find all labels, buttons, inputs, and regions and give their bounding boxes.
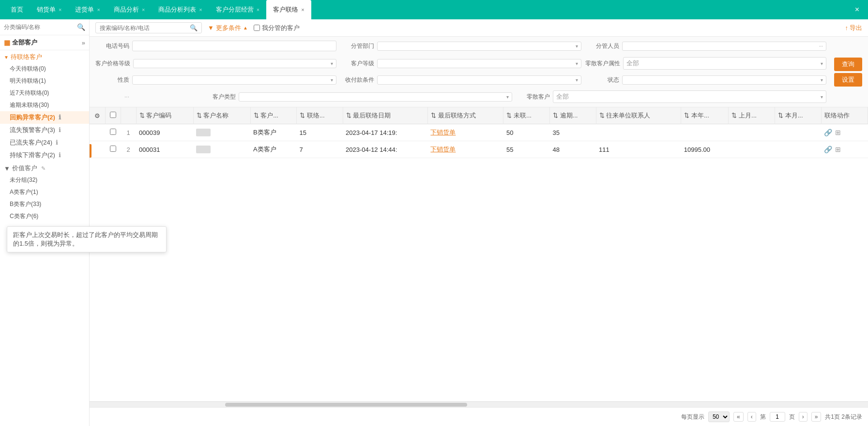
row2-contact: 7 [297, 141, 343, 158]
nav-tab-product-analysis[interactable]: 商品分析 × [107, 0, 152, 19]
sidebar-item-b-class[interactable]: B类客户(33) [0, 198, 89, 210]
last-page-button[interactable]: » [811, 412, 822, 422]
sidebar-item-overdue[interactable]: 逾期未联络(30) [0, 99, 89, 111]
sidebar-item-today-pending[interactable]: 今天待联络(0) [0, 63, 89, 75]
nav-tab-purchase[interactable]: 进货单 × [68, 0, 107, 19]
query-button[interactable]: 查询 [834, 58, 862, 71]
select-all-checkbox[interactable] [110, 112, 116, 118]
sort-icon-contacts-person[interactable]: ⇅ [599, 112, 605, 119]
sort-icon-name[interactable]: ⇅ [197, 112, 202, 119]
col-this-month: ⇅ 本月... [775, 107, 822, 124]
close-customer-tier-tab[interactable]: × [257, 7, 259, 13]
window-close-button[interactable]: × [850, 5, 864, 14]
sort-icon-this-year[interactable]: ⇅ [684, 112, 689, 119]
next-page-button[interactable]: › [799, 412, 807, 422]
sort-icon-last-date[interactable]: ⇅ [346, 112, 351, 119]
row2-grid-icon[interactable]: ⊞ [835, 146, 841, 153]
nav-tab-product-list[interactable]: 商品分析列表 × [152, 0, 209, 19]
page-number-input[interactable] [770, 412, 785, 422]
sidebar-item-churned[interactable]: 已流失客户(24) ℹ [0, 136, 89, 149]
close-product-analysis-tab[interactable]: × [142, 7, 145, 13]
sidebar-item-7days-pending[interactable]: 近7天待联络(0) [0, 87, 89, 99]
row1-last-method[interactable]: 下销货单 [427, 124, 503, 141]
row2-link-icon[interactable]: 🔗 [824, 146, 832, 153]
sort-icon-contact[interactable]: ⇅ [300, 112, 305, 119]
sidebar-search-icon[interactable]: 🔍 [77, 23, 85, 31]
sort-icon-category[interactable]: ⇅ [254, 112, 259, 119]
person-select[interactable]: ··· [622, 42, 826, 51]
sidebar-search-input[interactable] [4, 24, 77, 30]
sidebar-item-churn-warning[interactable]: 流失预警客户(3) ℹ [0, 124, 89, 136]
sidebar-item-declining[interactable]: 持续下滑客户(2) ℹ [0, 149, 89, 162]
my-customers-checkbox[interactable] [254, 25, 260, 31]
nav-tab-customer-tier[interactable]: 客户分层经营 × [209, 0, 266, 19]
sidebar-item-unclassified[interactable]: 未分组(32) [0, 174, 89, 186]
row2-last-method[interactable]: 下销货单 [427, 141, 503, 158]
filter-search-icon[interactable]: 🔍 [190, 24, 198, 31]
nature-arrow: ▾ [331, 77, 333, 83]
close-product-list-tab[interactable]: × [199, 7, 202, 13]
active-sidebar-indicator [90, 144, 91, 158]
filter-search-input[interactable] [100, 25, 190, 31]
per-page-label: 每页显示 [681, 413, 704, 421]
row1-method-link[interactable]: 下销货单 [430, 129, 456, 136]
customer-type-select[interactable]: ▾ [239, 92, 512, 102]
more-conditions-button[interactable]: ▼ 更多条件 ▲ [208, 24, 248, 32]
sort-icon-overdue[interactable]: ⇅ [553, 112, 558, 119]
row2-select[interactable] [110, 146, 116, 152]
phone-input[interactable] [132, 41, 336, 51]
more-dots[interactable]: ··· [95, 93, 129, 100]
row1-grid-icon[interactable]: ⊞ [835, 129, 841, 136]
sidebar-item-tomorrow-pending[interactable]: 明天待联络(1) [0, 75, 89, 87]
export-button[interactable]: ↑ 导出 [845, 24, 863, 32]
close-sales-tab[interactable]: × [59, 7, 61, 13]
sidebar-item-repurchase-abnormal[interactable]: 回购异常客户(2) ℹ [0, 111, 89, 124]
status-arrow: ▾ [821, 77, 823, 83]
first-page-button[interactable]: « [733, 412, 744, 422]
grade-select[interactable]: ▾ [377, 59, 581, 68]
scatter-attr-select[interactable]: 全部 ▾ [623, 57, 826, 70]
close-customer-contact-tab[interactable]: × [301, 7, 304, 13]
close-purchase-tab[interactable]: × [97, 7, 100, 13]
scrollbar-thumb[interactable] [225, 403, 467, 407]
sort-icon-last-month[interactable]: ⇅ [731, 112, 737, 119]
horizontal-scrollbar[interactable] [90, 401, 868, 407]
arrow-down-icon: ▼ [4, 55, 9, 60]
prev-page-button[interactable]: ‹ [747, 412, 756, 422]
nav-tab-customer-contact[interactable]: 客户联络 × [266, 0, 311, 19]
nav-tab-sales[interactable]: 销货单 × [30, 0, 68, 19]
edit-icon[interactable]: ✎ [41, 165, 46, 172]
sort-icon-last-method[interactable]: ⇅ [431, 112, 436, 119]
row1-category: B类客户 [250, 124, 297, 141]
nav-tab-home[interactable]: 首页 [4, 0, 30, 19]
sidebar-value-section[interactable]: ▼ 价值客户 ✎ [0, 162, 89, 174]
customer-table: ⚙ ⇅ 客户编码 ⇅ 客户名称 ⇅ 客户... ⇅ 联络... ⇅ 最后联络日期… [90, 107, 868, 158]
sort-icon-uncontacted[interactable]: ⇅ [506, 112, 512, 119]
settings-button[interactable]: 设置 [834, 73, 862, 87]
sidebar-all-customers-header[interactable]: ▦ 全部客户 » [0, 35, 89, 50]
sidebar-item-c-class[interactable]: C类客户(6) [0, 210, 89, 222]
sidebar-pending-section[interactable]: ▼ 待联络客户 [0, 50, 89, 63]
col-last-method: ⇅ 最后联络方式 [427, 107, 503, 124]
price-grade-select[interactable]: ▾ [133, 59, 336, 68]
payment-select[interactable]: ▾ [377, 75, 581, 85]
col-last-month: ⇅ 上月... [729, 107, 775, 124]
row2-method-link[interactable]: 下销货单 [430, 146, 456, 153]
sidebar-collapse-icon[interactable]: » [82, 39, 85, 46]
row1-link-icon[interactable]: 🔗 [824, 129, 832, 136]
filter-icon: ▼ [208, 24, 214, 31]
filter-bar: 🔍 ▼ 更多条件 ▲ 我分管的客户 ↑ 导出 [90, 19, 868, 37]
col-settings[interactable]: ⚙ [90, 107, 105, 124]
row2-this-year: 10995.00 [681, 141, 729, 158]
scatter-customer-select[interactable]: 全部 ▾ [553, 90, 826, 103]
row1-select[interactable] [110, 129, 116, 135]
col-num [121, 107, 136, 124]
sort-icon-this-month[interactable]: ⇅ [778, 112, 783, 119]
per-page-select[interactable]: 50 [708, 411, 730, 422]
nature-select[interactable]: ▾ [132, 75, 336, 85]
status-select[interactable]: ▾ [622, 75, 826, 85]
sidebar-item-a-class[interactable]: A类客户(1) [0, 186, 89, 198]
col-overdue: ⇅ 逾期... [549, 107, 596, 124]
dept-select[interactable]: ▾ [377, 42, 581, 51]
sort-icon-code[interactable]: ⇅ [139, 112, 145, 119]
